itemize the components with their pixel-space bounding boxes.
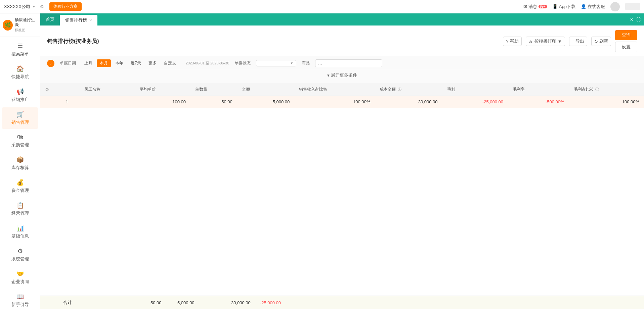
- help-icon: ?: [506, 39, 508, 44]
- sales-icon: 🛒: [16, 111, 24, 118]
- sidebar-item-search-order[interactable]: ☰ 搜索菜单: [2, 39, 38, 60]
- cell-avg-price: 100.00: [135, 96, 190, 108]
- messages-button[interactable]: ✉ 消息 99+: [523, 4, 547, 10]
- sidebar-item-operations[interactable]: 📋 经营管理: [2, 198, 38, 220]
- sidebar-label-baseinfo: 基础信息: [11, 233, 29, 239]
- print-label: 按模板打印: [534, 38, 556, 44]
- sidebar-item-quick-nav[interactable]: 🏠 快捷导航: [2, 62, 38, 83]
- tab-close-icon[interactable]: ✕: [89, 18, 92, 22]
- user-avatar[interactable]: [610, 2, 620, 11]
- cell-sales-pct: 100.00%: [294, 96, 375, 108]
- table-footer: 合计 50.00 5,000.00 30,000.00 -25,000.00: [40, 296, 644, 309]
- sidebar-label-sales: 销售管理: [11, 119, 29, 125]
- status-select[interactable]: ▼: [256, 60, 296, 66]
- tab-home-label: 首页: [46, 16, 54, 22]
- sidebar-item-marketing[interactable]: 📢 营销推广: [2, 85, 38, 106]
- service-icon: 👤: [581, 4, 586, 9]
- sidebar-label-enterprise: 企业协同: [11, 279, 29, 285]
- service-label: 在线客服: [588, 4, 605, 10]
- refresh-icon: ↻: [594, 39, 598, 44]
- col-amount: 全额: [237, 83, 294, 96]
- home-icon: 🏠: [16, 65, 24, 72]
- main-layout: 🌿 畅康通好生意 标准版 ☰ 搜索菜单 🏠 快捷导航 📢 营销推广 🛒 销售管理…: [0, 13, 644, 309]
- table-row: 1 100.00 50.00 5,000.00 100.00% 30,000.0…: [40, 96, 644, 108]
- purchase-icon: 🛍: [17, 134, 23, 141]
- help-button[interactable]: ? 帮助: [503, 37, 521, 46]
- company-settings-icon[interactable]: ⚙: [40, 4, 44, 10]
- col-cost: 成本全额 ⓘ: [375, 83, 442, 96]
- date-tab-custom[interactable]: 自定义: [161, 59, 179, 67]
- refresh-label: 刷新: [599, 38, 608, 44]
- gross-pct-help-icon[interactable]: ⓘ: [595, 87, 599, 91]
- filter-collapse-button[interactable]: ›: [47, 60, 54, 67]
- sidebar-item-sales[interactable]: 🛒 销售管理: [2, 107, 38, 129]
- sidebar-label-guide: 新手引导: [11, 302, 29, 308]
- date-tab-this-month[interactable]: 本月: [97, 59, 111, 67]
- sidebar-item-system[interactable]: ⚙ 系统管理: [2, 244, 38, 265]
- company-selector[interactable]: XXXXXX公司 ▼: [4, 4, 36, 10]
- table-body: 1 100.00 50.00 5,000.00 100.00% 30,000.0…: [40, 96, 644, 108]
- tab-home[interactable]: 首页: [40, 13, 60, 25]
- sidebar-label-marketing: 营销推广: [11, 97, 29, 103]
- export-button[interactable]: ↑ 导出: [569, 37, 588, 46]
- tab-bar: 首页 销售排行榜 ✕ ✕ ⛶: [40, 13, 644, 25]
- footer-avg-price: [119, 300, 146, 305]
- print-button[interactable]: 🖨 按模板打印 ▼: [526, 37, 565, 46]
- sidebar-logo: 🌿 畅康通好生意 标准版: [0, 13, 40, 37]
- sidebar-item-finance[interactable]: 💰 资金管理: [2, 175, 38, 197]
- date-tabs: 上月 本月 本年 近7天 更多 自定义: [81, 59, 179, 67]
- sidebar-label-purchase: 采购管理: [11, 142, 29, 148]
- tab-sales-rank[interactable]: 销售排行榜 ✕: [60, 15, 97, 25]
- filter-row: › 单据日期 上月 本月 本年 近7天 更多 自定义 2023-06-01 至 …: [47, 59, 637, 67]
- expand-more-bar: ▾ 展开更多条件: [47, 70, 637, 80]
- message-badge: 99+: [539, 5, 547, 8]
- col-gross-pct: 毛利占比% ⓘ: [569, 83, 644, 96]
- sidebar-item-enterprise[interactable]: 🤝 企业协同: [2, 267, 38, 288]
- table-container: ⚙ 员工名称 平均单价 主数量 全额 销售收入占比% 成本全额 ⓘ 毛利: [40, 83, 644, 296]
- sidebar-label-search: 搜索菜单: [11, 51, 29, 57]
- col-rank: [54, 83, 80, 96]
- sidebar-label-quicknav: 快捷导航: [11, 74, 29, 80]
- logo-icon: 🌿: [3, 20, 13, 31]
- filter-bar: › 单据日期 上月 本月 本年 近7天 更多 自定义 2023-06-01 至 …: [40, 56, 644, 83]
- footer-amount: 5,000.00: [173, 300, 200, 305]
- print-chevron-icon: ▼: [558, 39, 562, 44]
- sidebar-item-purchase[interactable]: 🛍 采购管理: [2, 130, 38, 151]
- app-download-button[interactable]: 📱 App下载: [552, 4, 575, 10]
- settings-button[interactable]: 设置: [615, 42, 637, 52]
- sidebar-item-guide[interactable]: 📖 新手引导: [2, 290, 38, 309]
- message-icon: ✉: [523, 4, 527, 9]
- base-info-icon: 📊: [16, 224, 24, 232]
- online-service-button[interactable]: 👤 在线客服: [581, 4, 605, 10]
- table-header: ⚙ 员工名称 平均单价 主数量 全额 销售收入占比% 成本全额 ⓘ 毛利: [40, 83, 644, 96]
- cell-qty: 50.00: [190, 96, 237, 108]
- chevron-down-icon: ▼: [32, 5, 36, 8]
- date-tab-7days[interactable]: 近7天: [128, 59, 144, 67]
- export-label: 导出: [575, 38, 584, 44]
- sidebar-label-inventory: 库存核算: [11, 165, 29, 171]
- tab-bar-actions: ✕ ⛶: [630, 17, 644, 22]
- refresh-button[interactable]: ↻ 刷新: [591, 37, 611, 46]
- goods-input[interactable]: ...: [315, 59, 382, 67]
- date-range: 2023-06-01 至 2023-06-30: [186, 61, 229, 66]
- date-tab-more[interactable]: 更多: [145, 59, 160, 67]
- tab-fullscreen-icon[interactable]: ⛶: [636, 17, 641, 22]
- finance-icon: 💰: [16, 179, 24, 186]
- date-tab-last-month[interactable]: 上月: [81, 59, 95, 67]
- top-bar: XXXXXX公司 ▼ ⚙ 体验行业方案 ✉ 消息 99+ 📱 App下载 👤 在…: [0, 0, 644, 13]
- expand-more-button[interactable]: ▾ 展开更多条件: [327, 72, 357, 78]
- tab-close-all-icon[interactable]: ✕: [630, 17, 634, 22]
- cost-help-icon[interactable]: ⓘ: [398, 87, 401, 91]
- sidebar-item-inventory[interactable]: 📦 库存核算: [2, 153, 38, 174]
- footer-cells: 50.00 5,000.00 30,000.00 -25,000.00: [119, 300, 639, 305]
- enterprise-icon: 🤝: [16, 270, 24, 277]
- col-settings[interactable]: ⚙: [40, 83, 54, 96]
- query-button[interactable]: 查询: [615, 30, 637, 40]
- content-area: 首页 销售排行榜 ✕ ✕ ⛶ 销售排行榜(按业务员) ? 帮助: [40, 13, 644, 309]
- date-tab-this-year[interactable]: 本年: [112, 59, 126, 67]
- cell-gross: -25,000.00: [442, 96, 508, 108]
- trial-button[interactable]: 体验行业方案: [49, 2, 82, 11]
- sidebar: 🌿 畅康通好生意 标准版 ☰ 搜索菜单 🏠 快捷导航 📢 营销推广 🛒 销售管理…: [0, 13, 40, 309]
- app-icon: 📱: [552, 4, 558, 9]
- sidebar-item-base-info[interactable]: 📊 基础信息: [2, 221, 38, 243]
